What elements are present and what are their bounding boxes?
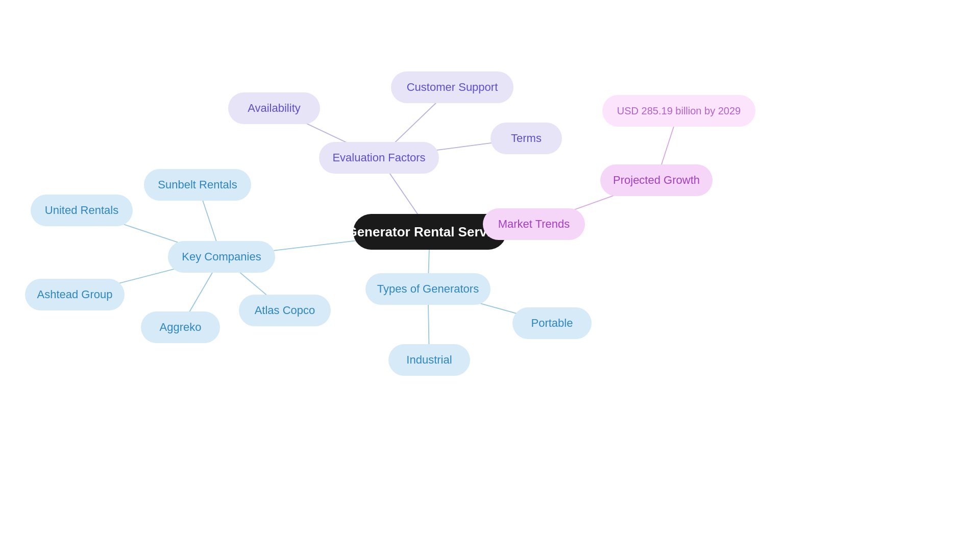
key-companies-node: Key Companies — [168, 241, 275, 273]
united-rentals-node: United Rentals — [31, 195, 133, 226]
customer-support-node: Customer Support — [391, 71, 513, 103]
ashtead-group-node: Ashtead Group — [25, 279, 125, 310]
projected-growth-node: Projected Growth — [600, 164, 713, 196]
atlas-copco-node: Atlas Copco — [239, 295, 331, 326]
terms-node: Terms — [491, 123, 562, 154]
sunbelt-rentals-node: Sunbelt Rentals — [144, 169, 251, 201]
aggreko-node: Aggreko — [141, 311, 220, 343]
usd-billion-node: USD 285.19 billion by 2029 — [602, 95, 755, 127]
portable-node: Portable — [512, 307, 592, 339]
availability-node: Availability — [228, 92, 320, 124]
industrial-node: Industrial — [388, 344, 470, 376]
types-generators-node: Types of Generators — [365, 273, 491, 305]
evaluation-factors-node: Evaluation Factors — [319, 142, 439, 174]
market-trends-node: Market Trends — [483, 208, 585, 240]
